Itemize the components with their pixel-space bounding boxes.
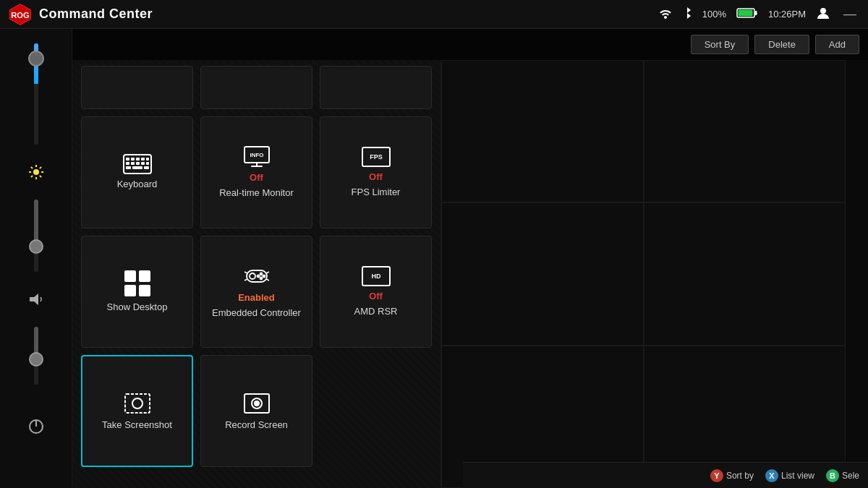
placeholder-row bbox=[81, 66, 432, 109]
fps-limiter-icon: FPS bbox=[362, 147, 391, 167]
take-screenshot-tile[interactable]: Take Screenshot bbox=[81, 355, 193, 467]
fps-limiter-tile[interactable]: FPS Off FPS Limiter bbox=[320, 116, 432, 228]
embedded-controller-tile[interactable]: Enabled Embedded Controller bbox=[200, 236, 312, 348]
volume-thumb[interactable] bbox=[28, 51, 44, 67]
sort-by-bottom-label: Sort by bbox=[726, 471, 754, 481]
svg-rect-39 bbox=[139, 270, 150, 282]
svg-rect-31 bbox=[144, 166, 149, 169]
sort-by-bottom-button[interactable]: Y Sort by bbox=[710, 469, 754, 482]
right-cell-1 bbox=[441, 60, 644, 202]
svg-point-45 bbox=[263, 275, 265, 277]
svg-rect-27 bbox=[141, 162, 145, 165]
tiles-container: Keyboard INFO Off Real-time Monitor FPS bbox=[72, 60, 441, 488]
svg-point-47 bbox=[257, 275, 259, 277]
svg-line-14 bbox=[30, 176, 32, 177]
svg-point-5 bbox=[820, 8, 826, 14]
show-desktop-label: Show Desktop bbox=[107, 301, 168, 314]
record-screen-tile[interactable]: Record Screen bbox=[200, 355, 312, 467]
list-view-button[interactable]: X List view bbox=[765, 469, 814, 482]
show-desktop-tile[interactable]: Show Desktop bbox=[81, 236, 193, 348]
select-button[interactable]: B Sele bbox=[826, 469, 859, 482]
svg-rect-35 bbox=[251, 166, 263, 167]
svg-line-51 bbox=[266, 279, 269, 281]
brightness-thumb[interactable] bbox=[29, 239, 43, 254]
x-button-icon: X bbox=[765, 469, 778, 482]
placeholder-tile-3 bbox=[320, 66, 432, 109]
volume-slider[interactable] bbox=[29, 36, 43, 152]
svg-line-13 bbox=[39, 167, 41, 168]
system-tray: 100% 10:26PM — bbox=[659, 6, 859, 22]
svg-rect-22 bbox=[141, 158, 145, 160]
title-bar: ROG Command Center 100% 10:26PM — bbox=[0, 0, 868, 29]
list-view-label: List view bbox=[781, 471, 814, 481]
volume-slider-2[interactable] bbox=[29, 320, 43, 392]
svg-rect-23 bbox=[146, 158, 149, 160]
amd-rsr-label: AMD RSR bbox=[354, 306, 398, 318]
svg-point-6 bbox=[33, 169, 39, 175]
row-2: Show Desktop Enabled Embedded Controller bbox=[81, 236, 432, 348]
sidebar bbox=[0, 29, 72, 488]
fps-limiter-label: FPS Limiter bbox=[352, 187, 401, 199]
time-display: 10:26PM bbox=[768, 9, 806, 20]
take-screenshot-icon bbox=[123, 390, 152, 415]
wifi-icon bbox=[659, 7, 672, 21]
embedded-controller-status: Enabled bbox=[238, 292, 275, 303]
speaker-icon[interactable] bbox=[22, 285, 51, 314]
svg-line-48 bbox=[244, 272, 247, 273]
right-cell-3 bbox=[441, 202, 644, 345]
add-button[interactable]: Add bbox=[815, 35, 859, 54]
svg-line-49 bbox=[244, 279, 247, 281]
volume-thumb-2[interactable] bbox=[29, 352, 43, 367]
realtime-monitor-label: Real-time Monitor bbox=[219, 187, 294, 200]
minimize-button[interactable]: — bbox=[841, 7, 859, 22]
volume-track-2 bbox=[34, 327, 38, 385]
brightness-slider[interactable] bbox=[29, 192, 43, 279]
svg-rect-26 bbox=[136, 162, 140, 165]
svg-rect-3 bbox=[738, 10, 752, 17]
svg-text:INFO: INFO bbox=[250, 152, 263, 158]
brightness-icon[interactable] bbox=[22, 158, 51, 187]
svg-rect-4 bbox=[754, 11, 757, 15]
battery-icon bbox=[736, 7, 758, 21]
svg-line-11 bbox=[30, 167, 32, 168]
volume-track bbox=[34, 43, 38, 145]
svg-rect-29 bbox=[126, 166, 131, 169]
realtime-monitor-status: Off bbox=[250, 172, 263, 183]
svg-rect-25 bbox=[131, 162, 135, 165]
y-button-icon: Y bbox=[710, 469, 723, 482]
svg-point-55 bbox=[132, 398, 142, 408]
svg-line-50 bbox=[266, 272, 269, 273]
realtime-monitor-tile[interactable]: INFO Off Real-time Monitor bbox=[200, 116, 312, 228]
right-cell-2 bbox=[644, 60, 846, 202]
svg-rect-28 bbox=[146, 162, 149, 165]
delete-button[interactable]: Delete bbox=[754, 35, 809, 54]
show-desktop-icon bbox=[124, 270, 151, 297]
keyboard-label: Keyboard bbox=[117, 179, 158, 191]
amd-rsr-icon: HD bbox=[362, 266, 391, 286]
bottom-bar: Y Sort by X List view B Sele bbox=[463, 462, 868, 488]
keyboard-tile[interactable]: Keyboard bbox=[81, 116, 193, 228]
sort-by-button[interactable]: Sort By bbox=[691, 35, 749, 54]
svg-rect-38 bbox=[124, 270, 136, 282]
svg-point-46 bbox=[260, 277, 262, 279]
main-layout: Sort By Delete Add bbox=[0, 29, 868, 488]
svg-text:HD: HD bbox=[371, 273, 380, 280]
svg-rect-41 bbox=[139, 285, 150, 296]
svg-rect-19 bbox=[126, 158, 129, 160]
right-panel bbox=[441, 60, 846, 488]
amd-rsr-tile[interactable]: HD Off AMD RSR bbox=[320, 236, 432, 348]
right-cell-4 bbox=[644, 202, 846, 345]
power-icon[interactable] bbox=[22, 412, 51, 441]
svg-point-43 bbox=[250, 273, 255, 279]
svg-text:FPS: FPS bbox=[370, 153, 383, 160]
svg-marker-15 bbox=[30, 294, 38, 305]
record-screen-label: Record Screen bbox=[225, 419, 288, 432]
brightness-track bbox=[34, 200, 38, 272]
svg-point-44 bbox=[260, 273, 262, 275]
user-icon bbox=[816, 6, 830, 22]
realtime-monitor-icon: INFO bbox=[244, 146, 270, 168]
b-button-icon: B bbox=[826, 469, 839, 482]
toolbar: Sort By Delete Add bbox=[72, 29, 868, 60]
amd-rsr-status: Off bbox=[369, 291, 383, 301]
svg-rect-30 bbox=[132, 166, 142, 169]
